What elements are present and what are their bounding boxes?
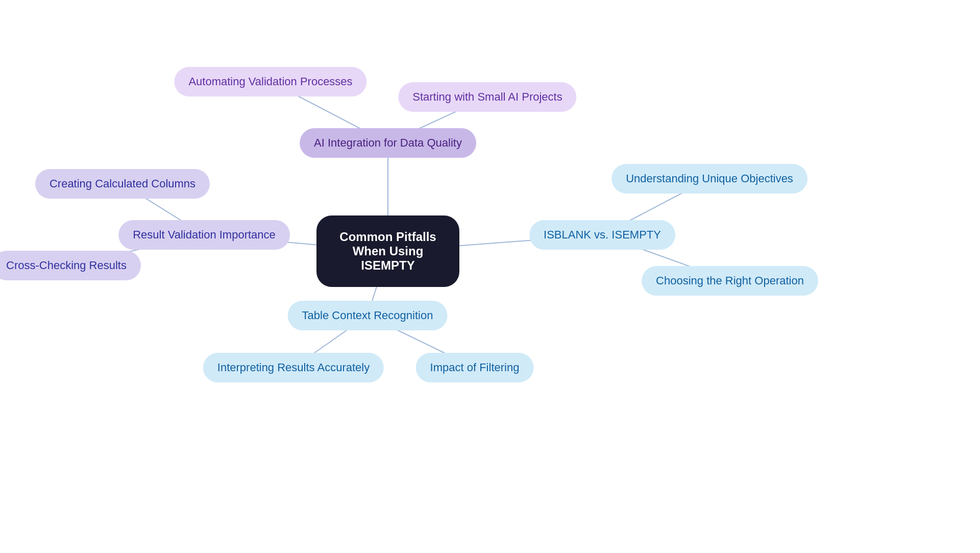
node-label: Cross-Checking Results: [6, 259, 127, 272]
node-label: Creating Calculated Columns: [50, 177, 195, 190]
mindmap-node-automating-validation[interactable]: Automating Validation Processes: [174, 67, 366, 97]
node-label: Common Pitfalls When Using ISEMPTY: [337, 230, 439, 273]
node-label: ISBLANK vs. ISEMPTY: [544, 228, 661, 242]
mindmap-node-choosing-operation[interactable]: Choosing the Right Operation: [642, 266, 818, 296]
mindmap-node-creating-columns[interactable]: Creating Calculated Columns: [35, 169, 210, 199]
node-label: Impact of Filtering: [430, 361, 520, 374]
node-label: Starting with Small AI Projects: [412, 90, 562, 104]
node-label: Understanding Unique Objectives: [626, 172, 793, 185]
node-label: Interpreting Results Accurately: [217, 361, 370, 374]
node-label: Result Validation Importance: [133, 228, 276, 242]
mindmap-node-interpreting-results[interactable]: Interpreting Results Accurately: [203, 353, 384, 382]
mindmap-node-understanding-unique[interactable]: Understanding Unique Objectives: [611, 164, 807, 194]
mindmap-node-cross-checking[interactable]: Cross-Checking Results: [0, 251, 141, 280]
mindmap-node-ai-integration[interactable]: AI Integration for Data Quality: [300, 128, 476, 158]
node-label: Table Context Recognition: [302, 309, 433, 322]
node-label: Choosing the Right Operation: [656, 274, 804, 287]
mindmap-node-impact-filtering[interactable]: Impact of Filtering: [416, 353, 534, 382]
mindmap-node-table-context[interactable]: Table Context Recognition: [288, 301, 448, 330]
node-label: Automating Validation Processes: [188, 75, 352, 88]
mindmap-node-starting-small[interactable]: Starting with Small AI Projects: [398, 82, 576, 112]
mindmap-canvas: Common Pitfalls When Using ISEMPTYAI Int…: [0, 0, 980, 553]
mindmap-node-center[interactable]: Common Pitfalls When Using ISEMPTY: [316, 215, 459, 287]
mindmap-node-result-validation[interactable]: Result Validation Importance: [118, 220, 290, 250]
node-label: AI Integration for Data Quality: [314, 136, 462, 150]
mindmap-node-isblank-isempty[interactable]: ISBLANK vs. ISEMPTY: [529, 220, 675, 250]
